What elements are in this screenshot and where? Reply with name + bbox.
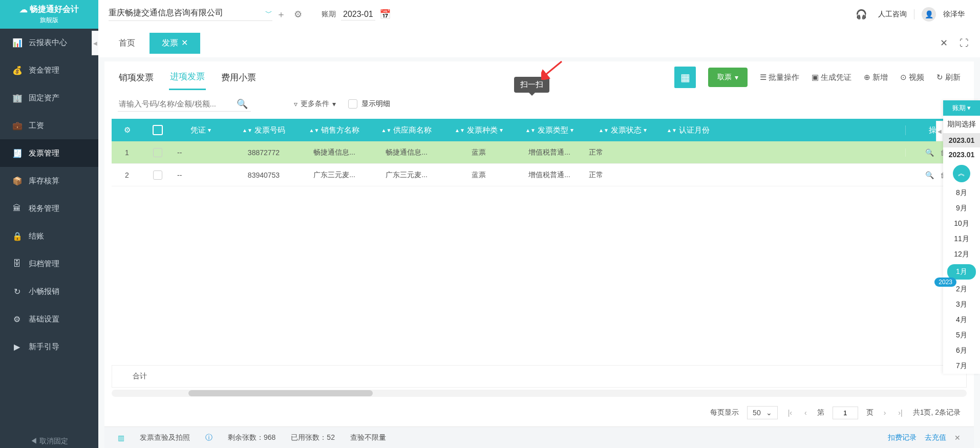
sidebar-item-assets[interactable]: 🏢固定资产	[0, 84, 98, 112]
sidebar-item-funds[interactable]: 💰资金管理	[0, 56, 98, 84]
sidebar-item-report[interactable]: 📊云报表中心	[0, 29, 98, 56]
support-icon[interactable]: 🎧	[851, 7, 871, 22]
sidebar-item-label: 工资	[29, 121, 44, 131]
table-row[interactable]: 2 -- 83940753 广东三元麦... 广东三元麦... 蓝票 增值税普通…	[112, 164, 967, 186]
more-conditions-button[interactable]: ▿更多条件▾	[294, 99, 336, 109]
sidebar-item-reimburse[interactable]: ↻小畅报销	[0, 278, 98, 305]
sidebar-item-tax[interactable]: 🏛税务管理	[0, 195, 98, 222]
month-item[interactable]: 6月	[943, 343, 980, 358]
period-year-start[interactable]: 2023.01	[943, 133, 980, 147]
month-item[interactable]: 8月	[943, 185, 980, 201]
page-input[interactable]	[833, 407, 858, 419]
th-status[interactable]: 发票状态	[611, 125, 642, 135]
search-icon[interactable]: 🔍	[237, 98, 248, 110]
fetch-invoice-button[interactable]: 取票▾	[708, 68, 748, 87]
th-no[interactable]: 发票号码	[254, 125, 285, 135]
th-seller[interactable]: 销售方名称	[321, 125, 359, 135]
period-value[interactable]: 2023-01	[341, 9, 375, 20]
th-voucher[interactable]: 凭证	[190, 125, 206, 135]
th-type[interactable]: 发票类型	[538, 125, 568, 135]
add-company-button[interactable]: ＋	[272, 6, 290, 23]
row-checkbox[interactable]	[153, 170, 162, 180]
sort-icon[interactable]: ▲▼	[667, 129, 677, 132]
close-all-button[interactable]: ✕	[936, 35, 951, 51]
add-button[interactable]: ⊕新增	[864, 73, 888, 82]
close-icon[interactable]: ✕	[181, 38, 188, 47]
filter-icon[interactable]: ▾	[500, 126, 503, 134]
month-item[interactable]: 4月	[943, 312, 980, 328]
th-supplier[interactable]: 供应商名称	[393, 125, 432, 135]
filter-icon[interactable]: ▾	[644, 126, 647, 134]
recharge-link[interactable]: 去充值	[925, 433, 946, 442]
month-item[interactable]: 11月	[943, 231, 980, 247]
sidebar-item-salary[interactable]: 💼工资	[0, 112, 98, 139]
sidebar-item-invoice[interactable]: 🧾发票管理	[0, 139, 98, 167]
subtab-sales[interactable]: 销项发票	[118, 66, 155, 90]
search-input[interactable]	[118, 96, 251, 112]
checkbox-icon[interactable]	[348, 99, 357, 109]
batch-action-button[interactable]: ☰批量操作	[760, 73, 799, 82]
filter-icon[interactable]: ▾	[570, 126, 573, 134]
subtab-expense[interactable]: 费用小票	[220, 66, 257, 90]
info-icon[interactable]: ⓘ	[205, 433, 212, 442]
table-row[interactable]: 1 -- 38872772 畅捷通信息... 畅捷通信息... 蓝票 增值税普通…	[112, 141, 967, 164]
gen-voucher-button[interactable]: ▣生成凭证	[812, 73, 851, 82]
row-checkbox[interactable]	[153, 148, 162, 157]
view-icon[interactable]: 🔍	[925, 171, 934, 179]
first-page-button[interactable]: |‹	[786, 407, 794, 419]
per-page-select[interactable]: 50⌄	[747, 406, 778, 419]
avatar[interactable]: 👤	[922, 7, 936, 22]
sort-icon[interactable]: ▲▼	[309, 129, 319, 132]
subtab-income[interactable]: 进项发票	[169, 65, 206, 90]
sort-icon[interactable]: ▲▼	[455, 129, 465, 132]
show-detail-toggle[interactable]: 显示明细	[348, 99, 390, 109]
view-icon[interactable]: 🔍	[925, 148, 934, 157]
scrollbar-thumb[interactable]	[188, 390, 373, 396]
th-kind[interactable]: 发票种类	[467, 125, 498, 135]
month-item[interactable]: 7月	[943, 358, 980, 374]
th-month[interactable]: 认证月份	[679, 125, 710, 135]
invoice-table: ⚙ 凭证▾ ▲▼发票号码 ▲▼销售方名称 ▲▼供应商名称 ▲▼发票种类▾ ▲▼发…	[112, 119, 967, 388]
sidebar-item-guide[interactable]: ▶新手引导	[0, 333, 98, 360]
sidebar-item-settings[interactable]: ⚙基础设置	[0, 305, 98, 333]
user-name[interactable]: 徐泽华	[943, 10, 965, 19]
tab-invoice[interactable]: 发票✕	[150, 33, 200, 54]
filter-icon[interactable]: ▾	[208, 126, 211, 134]
sort-icon[interactable]: ▲▼	[242, 129, 252, 132]
settings-icon[interactable]: ⚙	[290, 7, 306, 22]
month-item[interactable]: 12月	[943, 247, 980, 262]
horizontal-scrollbar[interactable]	[112, 390, 967, 397]
sidebar-item-closing[interactable]: 🔒结账	[0, 222, 98, 250]
period-panel-handle[interactable]: ◀	[936, 121, 943, 141]
app-header: ☁畅捷通好会计 旗舰版 重庆畅捷交通信息咨询有限公司 ﹀ ＋ ⚙ 账期 2023…	[0, 0, 980, 29]
close-icon[interactable]: ✕	[954, 434, 961, 442]
unfix-sidebar[interactable]: ◀ 取消固定	[0, 437, 98, 446]
company-selector[interactable]: 重庆畅捷交通信息咨询有限公司 ﹀	[109, 8, 272, 21]
last-page-button[interactable]: ›|	[896, 407, 904, 419]
support-link[interactable]: 人工咨询	[878, 10, 907, 19]
month-item[interactable]: 10月	[943, 216, 980, 231]
period-head-button[interactable]: 账期 ▾	[943, 100, 980, 116]
prev-page-button[interactable]: ‹	[802, 407, 809, 419]
refresh-button[interactable]: ↻刷新	[936, 73, 961, 82]
sidebar-item-inventory[interactable]: 📦库存核算	[0, 167, 98, 195]
next-page-button[interactable]: ›	[882, 407, 888, 419]
fullscreen-button[interactable]: ⛶	[956, 35, 972, 51]
scroll-up-button[interactable]: ︽	[953, 165, 970, 182]
tab-home[interactable]: 首页	[106, 33, 147, 54]
select-all-checkbox[interactable]	[153, 125, 163, 135]
period-year-end[interactable]: 2023.01	[943, 147, 980, 162]
scan-qr-button[interactable]: ▦	[674, 67, 696, 88]
month-item[interactable]: 5月	[943, 328, 980, 343]
sidebar-item-archive[interactable]: 🗄归档管理	[0, 250, 98, 278]
month-item[interactable]: 3月	[943, 297, 980, 312]
month-item[interactable]: 9月	[943, 201, 980, 216]
video-button[interactable]: ⊙视频	[900, 73, 924, 82]
fee-log-link[interactable]: 扣费记录	[888, 433, 917, 442]
sort-icon[interactable]: ▲▼	[525, 129, 536, 132]
sidebar-collapse-handle[interactable]: ◀	[92, 31, 98, 55]
sort-icon[interactable]: ▲▼	[599, 129, 609, 132]
calendar-icon[interactable]: 📅	[375, 7, 395, 22]
sort-icon[interactable]: ▲▼	[381, 129, 392, 132]
table-settings-icon[interactable]: ⚙	[124, 125, 131, 135]
